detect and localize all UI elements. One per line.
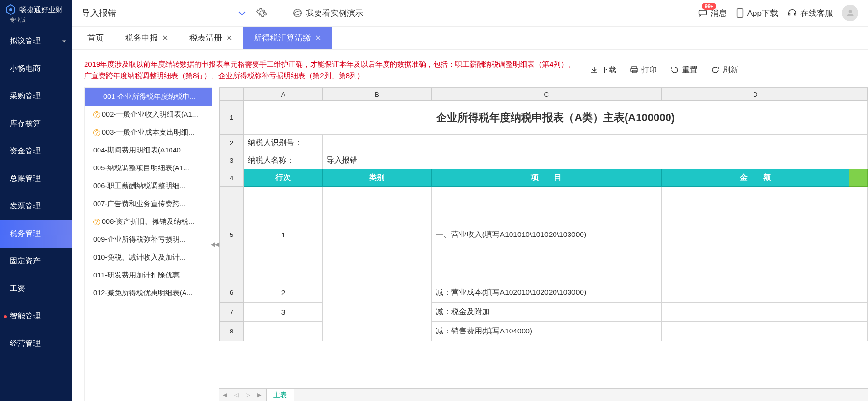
extra-4 <box>849 322 868 341</box>
sheet-grid[interactable]: A B C D 1 企业所得税年度纳税申报表（A类）主表(A100000) 2 <box>219 87 868 388</box>
tab-label: 税表清册 <box>189 32 222 43</box>
row-header-7[interactable]: 7 <box>220 303 244 322</box>
tab-1[interactable]: 税务申报✕ <box>114 27 179 49</box>
svg-point-0 <box>9 8 12 11</box>
tab-3[interactable]: 所得税汇算清缴✕ <box>243 27 332 49</box>
reset-label: 重置 <box>682 65 697 75</box>
collapse-handle[interactable]: ◀◀ <box>211 241 219 248</box>
close-icon[interactable]: ✕ <box>226 33 232 42</box>
download-button[interactable]: 下载 <box>590 65 616 75</box>
appdownload-button[interactable]: App下载 <box>736 8 778 19</box>
taxpayer-name-label: 纳税人名称： <box>244 152 323 169</box>
form-item-5[interactable]: 006-职工薪酬纳税调整明细... <box>85 177 212 195</box>
sidebar-item-2[interactable]: 采购管理 <box>0 83 72 110</box>
refresh-button[interactable]: 刷新 <box>711 65 738 75</box>
brand-name: 畅捷通好业财 <box>19 5 63 14</box>
row-header-8[interactable]: 8 <box>220 322 244 341</box>
sheet-nav-first[interactable]: ◀ <box>219 392 230 398</box>
sidebar-item-11[interactable]: 经营管理 <box>0 330 72 358</box>
form-item-label: 006-职工薪酬纳税调整明细... <box>93 181 185 191</box>
row-header-4[interactable]: 4 <box>220 169 244 187</box>
extra-3 <box>849 303 868 322</box>
messages-badge: 99+ <box>702 3 717 10</box>
form-item-label: 002-一般企业收入明细表(A1... <box>102 110 198 119</box>
topbar: 导入报错 我要看实例演示 99+ 消息 App下载 <box>72 0 868 27</box>
row-idx-2: 2 <box>244 283 323 303</box>
settings-button[interactable] <box>255 5 269 21</box>
row-header-2[interactable]: 2 <box>220 135 244 152</box>
sidebar-item-6[interactable]: 发票管理 <box>0 193 72 220</box>
row-header-5[interactable]: 5 <box>220 187 244 283</box>
form-item-6[interactable]: 007-广告费和业务宣传费跨... <box>85 195 212 213</box>
form-item-4[interactable]: 005-纳税调整项目明细表(A1... <box>85 159 212 177</box>
form-item-10[interactable]: 011-研发费用加计扣除优惠... <box>85 266 212 284</box>
support-button[interactable]: 在线客服 <box>787 8 833 19</box>
print-button[interactable]: 打印 <box>630 65 657 75</box>
svg-point-6 <box>849 10 852 13</box>
header-row-idx: 行次 <box>244 169 323 187</box>
download-label: 下载 <box>601 65 616 75</box>
sidebar-item-5[interactable]: 总账管理 <box>0 165 72 193</box>
reset-button[interactable]: 重置 <box>670 65 697 75</box>
demo-link-label: 我要看实例演示 <box>306 8 363 19</box>
appdl-label: App下载 <box>747 8 778 19</box>
row-header-1[interactable]: 1 <box>220 101 244 135</box>
form-item-7[interactable]: ?008-资产折旧、摊销及纳税... <box>85 213 212 231</box>
amount-1[interactable] <box>661 187 849 283</box>
taxpayer-name-value[interactable]: 导入报错 <box>323 152 868 169</box>
form-item-1[interactable]: ?002-一般企业收入明细表(A1... <box>85 106 212 124</box>
col-header-b[interactable]: B <box>323 88 432 101</box>
form-item-3[interactable]: 004-期间费用明细表(A1040... <box>85 141 212 159</box>
sidebar-item-1[interactable]: 小畅电商 <box>0 55 72 83</box>
amount-2[interactable] <box>661 283 849 303</box>
header-extra <box>849 169 868 187</box>
col-header-c[interactable]: C <box>431 88 661 101</box>
print-label: 打印 <box>641 65 657 75</box>
chevron-down-icon <box>238 8 246 18</box>
tab-0[interactable]: 首页 <box>77 27 114 49</box>
context-dropdown[interactable]: 导入报错 <box>82 4 246 22</box>
row-idx-1: 1 <box>244 187 323 283</box>
help-icon: ? <box>93 129 100 136</box>
taxpayer-id-value[interactable] <box>323 135 868 152</box>
sidebar-item-4[interactable]: 资金管理 <box>0 138 72 165</box>
extra-1 <box>849 187 868 283</box>
sidebar-item-9[interactable]: 工资 <box>0 275 72 303</box>
sidebar-item-0[interactable]: 拟议管理 <box>0 28 72 55</box>
sheet-nav-next[interactable]: ▷ <box>242 392 254 398</box>
sheet-tab-main[interactable]: 主表 <box>266 389 294 401</box>
form-item-8[interactable]: 009-企业所得税弥补亏损明... <box>85 231 212 249</box>
form-item-label: 004-期间费用明细表(A1040... <box>93 146 186 155</box>
sidebar-item-8[interactable]: 固定资产 <box>0 248 72 275</box>
amount-4[interactable] <box>661 322 849 341</box>
col-header-a[interactable]: A <box>244 88 323 101</box>
demo-link[interactable]: 我要看实例演示 <box>292 8 363 19</box>
close-icon[interactable]: ✕ <box>162 33 168 42</box>
form-item-11[interactable]: 012-减免所得税优惠明细表(A... <box>85 284 212 302</box>
user-avatar[interactable] <box>842 5 858 21</box>
globe-icon <box>292 8 303 18</box>
sheet-tab-bar: ◀ ◁ ▷ ▶ 主表 <box>219 388 868 401</box>
project-1: 一、营业收入(填写A101010\101020\103000) <box>431 187 661 283</box>
refresh-icon <box>711 66 720 74</box>
row-header-6[interactable]: 6 <box>220 283 244 303</box>
form-item-0[interactable]: 001-企业所得税年度纳税申... <box>85 88 212 106</box>
form-item-9[interactable]: 010-免税、减计收入及加计... <box>85 249 212 266</box>
sidebar-item-7[interactable]: 税务管理 <box>0 220 72 248</box>
tab-2[interactable]: 税表清册✕ <box>179 27 243 49</box>
close-icon[interactable]: ✕ <box>315 33 321 42</box>
edition-label: 专业版 <box>0 16 72 28</box>
sidebar-item-10[interactable]: 智能管理 <box>0 303 72 330</box>
col-header-d[interactable]: D <box>661 88 849 101</box>
row-header-3[interactable]: 3 <box>220 152 244 169</box>
form-item-2[interactable]: ?003-一般企业成本支出明细... <box>85 124 212 141</box>
row-idx-4 <box>244 322 323 341</box>
sheet-nav-prev[interactable]: ◁ <box>230 392 242 398</box>
form-item-label: 005-纳税调整项目明细表(A1... <box>93 164 189 173</box>
sidebar-item-3[interactable]: 库存核算 <box>0 110 72 138</box>
amount-3[interactable] <box>661 303 849 322</box>
form-item-label: 011-研发费用加计扣除优惠... <box>93 271 185 280</box>
sheet-nav-last[interactable]: ▶ <box>254 392 265 398</box>
messages-button[interactable]: 99+ 消息 <box>698 8 727 19</box>
tab-bar: 首页税务申报✕税表清册✕所得税汇算清缴✕ <box>72 27 868 50</box>
